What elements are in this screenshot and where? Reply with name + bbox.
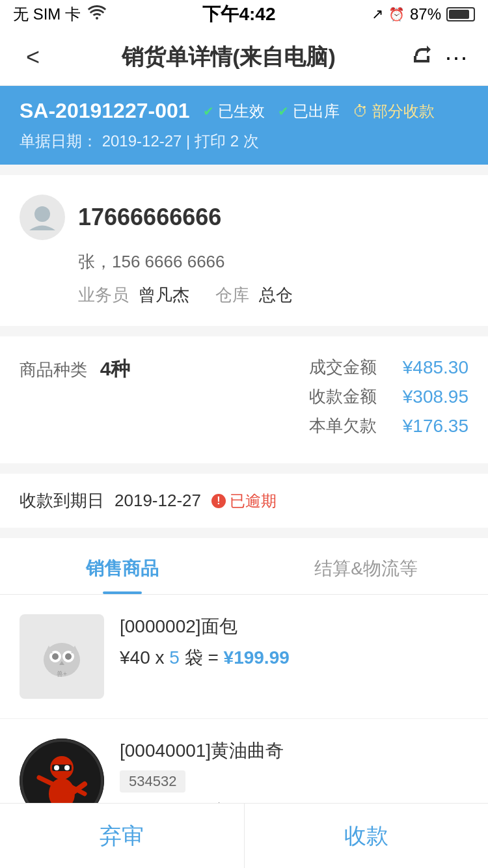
- product-title-1: 面包: [201, 616, 237, 636]
- warehouse-label: 仓库: [215, 285, 249, 305]
- status-badge-3: ⏱ 部分收款: [353, 101, 435, 122]
- product-unit-1: 袋: [185, 647, 203, 668]
- battery-percent: 87%: [410, 5, 441, 23]
- order-header: SA-20191227-001 ✔ 已生效 ✔ 已出库 ⏱ 部分收款 单据日期：…: [0, 86, 488, 165]
- product-name-2: [00040001]黄油曲奇: [120, 739, 468, 763]
- svg-point-4: [52, 653, 59, 660]
- summary-section: 商品种类 4种 成交金额 ¥485.30 收款金额 ¥308.95 本单欠款 ¥…: [0, 336, 488, 463]
- product-eq-1: =: [208, 647, 223, 668]
- print-count: 2: [230, 132, 239, 150]
- clock-icon: ⏱: [353, 102, 368, 120]
- product-badge-2: 534532: [120, 770, 185, 793]
- customer-phone: 17666666666: [78, 204, 221, 231]
- amount-label: 成交金额: [309, 356, 377, 379]
- product-price-row-1: ¥40 x 5 袋 = ¥199.99: [120, 645, 468, 670]
- svg-point-14: [54, 765, 59, 770]
- amount-value: ¥485.30: [403, 357, 468, 378]
- summary-left: 商品种类 4种: [20, 356, 130, 383]
- print-label: | 打印: [186, 132, 226, 150]
- product-code-2: [00040001]: [120, 740, 211, 761]
- product-qty-1: 5: [169, 647, 180, 668]
- status-right: ↗ ⏰ 87%: [372, 5, 475, 23]
- svg-point-15: [64, 765, 70, 770]
- carrier-text: 无 SIM 卡: [13, 4, 81, 25]
- status-left: 无 SIM 卡: [13, 4, 107, 25]
- page-title: 销货单详情(来自电脑): [122, 42, 336, 72]
- product-total-1: ¥199.99: [224, 647, 290, 668]
- alarm-icon: ⏰: [388, 7, 405, 22]
- status-badge-1: ✔ 已生效: [203, 101, 265, 122]
- order-id: SA-20191227-001: [20, 99, 190, 123]
- date-label: 单据日期：: [20, 132, 98, 150]
- check-icon-1: ✔: [203, 103, 214, 119]
- collect-button[interactable]: 收款: [245, 804, 489, 868]
- share-icon[interactable]: [411, 44, 432, 70]
- summary-right: 成交金额 ¥485.30 收款金额 ¥308.95 本单欠款 ¥176.35: [309, 356, 468, 444]
- warehouse-value: 总仓: [259, 285, 293, 305]
- customer-name: 张，156 6666 6666: [20, 251, 468, 273]
- product-price-1: ¥40: [120, 647, 150, 668]
- nav-bar: < 销货单详情(来自电脑) ···: [0, 29, 488, 86]
- type-label: 商品种类: [20, 360, 87, 379]
- svg-point-0: [34, 206, 50, 222]
- print-suffix: 次: [243, 132, 259, 150]
- customer-meta: 业务员 曾凡杰 仓库 总仓: [20, 284, 468, 306]
- status-bar: 无 SIM 卡 下午4:42 ↗ ⏰ 87%: [0, 0, 488, 29]
- sales-label: 业务员: [78, 285, 129, 305]
- product-info-1: [0000002]面包 ¥40 x 5 袋 = ¥199.99: [120, 614, 468, 670]
- product-item: 兽+ [0000002]面包 ¥40 x 5 袋 = ¥199.99: [0, 595, 488, 719]
- tab-settlement[interactable]: 结算&物流等: [244, 538, 488, 594]
- status-time: 下午4:42: [202, 2, 275, 27]
- type-count: 4种: [100, 358, 131, 379]
- battery-icon: [446, 7, 475, 21]
- product-multiply-1: x: [156, 647, 170, 668]
- location-icon: ↗: [372, 6, 383, 23]
- debt-row: 本单欠款 ¥176.35: [309, 414, 468, 437]
- order-date-row: 单据日期： 2019-12-27 | 打印 2 次: [20, 131, 468, 152]
- amount-row: 成交金额 ¥485.30: [309, 356, 468, 379]
- order-date: 2019-12-27: [102, 132, 182, 150]
- due-date: 2019-12-27: [115, 491, 201, 511]
- debt-value: ¥176.35: [403, 416, 468, 437]
- received-row: 收款金额 ¥308.95: [309, 385, 468, 408]
- back-button[interactable]: <: [20, 37, 46, 77]
- product-title-2: 黄油曲奇: [211, 740, 284, 761]
- received-label: 收款金额: [309, 385, 377, 408]
- avatar: [20, 195, 65, 240]
- received-value: ¥308.95: [403, 387, 468, 407]
- check-icon-2: ✔: [278, 103, 289, 119]
- svg-point-5: [65, 653, 72, 660]
- overdue-dot-icon: !: [211, 494, 226, 508]
- sales-person: 曾凡杰: [139, 285, 189, 305]
- status-text-2: 已出库: [293, 101, 340, 122]
- debt-label: 本单欠款: [309, 414, 377, 437]
- wifi-icon: [87, 5, 107, 23]
- bottom-bar: 弃审 收款: [0, 803, 488, 868]
- product-name-1: [0000002]面包: [120, 614, 468, 639]
- tab-products[interactable]: 销售商品: [0, 538, 244, 594]
- more-icon[interactable]: ···: [445, 44, 468, 71]
- customer-top: 17666666666: [20, 195, 468, 240]
- tab-settlement-label: 结算&物流等: [314, 558, 418, 578]
- status-badge-2: ✔ 已出库: [278, 101, 340, 122]
- svg-text:兽+: 兽+: [57, 670, 67, 677]
- nav-actions: ···: [411, 44, 468, 71]
- product-code-1: [0000002]: [120, 616, 201, 636]
- status-text-3: 部分收款: [372, 101, 435, 122]
- scroll-area: SA-20191227-001 ✔ 已生效 ✔ 已出库 ⏱ 部分收款 单据日期：…: [0, 86, 488, 868]
- customer-section: 17666666666 张，156 6666 6666 业务员 曾凡杰 仓库 总…: [0, 175, 488, 326]
- tab-products-label: 销售商品: [86, 558, 159, 578]
- product-thumb-1: 兽+: [20, 614, 104, 699]
- tab-bar: 销售商品 结算&物流等: [0, 538, 488, 595]
- status-text-1: 已生效: [218, 101, 265, 122]
- reject-button[interactable]: 弃审: [0, 804, 245, 868]
- overdue-text: 已逾期: [230, 491, 277, 511]
- due-section: 收款到期日 2019-12-27 ! 已逾期: [0, 474, 488, 528]
- overdue-badge: ! 已逾期: [211, 491, 277, 511]
- due-label: 收款到期日: [20, 489, 104, 512]
